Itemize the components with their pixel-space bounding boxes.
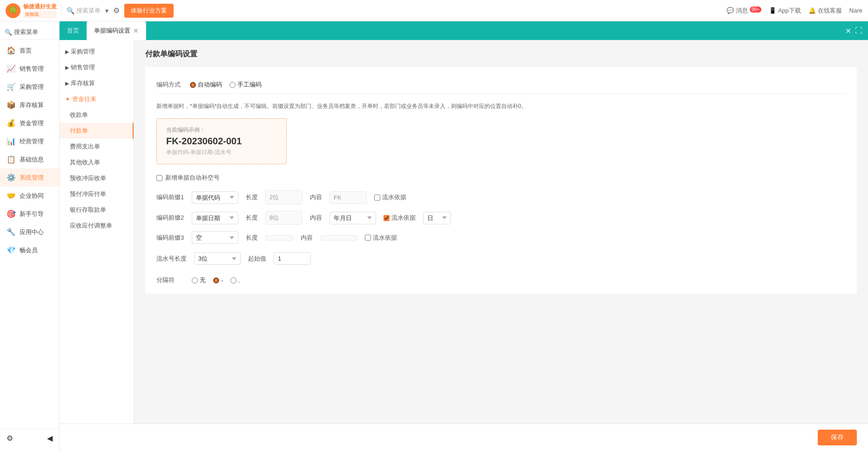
sales-icon: 📈 bbox=[7, 64, 16, 73]
auto-fill-label: 新增单据自动补空号 bbox=[165, 174, 220, 182]
tab-close-all-button[interactable]: ✕ bbox=[845, 27, 851, 35]
member-icon: 💎 bbox=[7, 246, 16, 255]
tab-home[interactable]: 首页 bbox=[60, 21, 87, 40]
auto-fill-row: 新增单据自动补空号 bbox=[156, 174, 846, 182]
preview-desc: 单据代码-单据日期-流水号 bbox=[166, 148, 277, 156]
app-download-button[interactable]: 📱 App下载 bbox=[769, 7, 801, 15]
search-icon: 🔍 bbox=[5, 29, 12, 36]
sidebar-item-purchase[interactable]: 🛒 采购管理 bbox=[0, 78, 59, 96]
sub-nav-item-receipt[interactable]: 收款单 bbox=[60, 107, 134, 123]
auto-code-radio[interactable]: 自动编码 bbox=[190, 81, 222, 89]
prefix2-stream-unit-select[interactable]: 日 bbox=[423, 212, 451, 224]
content-area: 首页 单据编码设置 ✕ ✕ ⛶ ▶ 采购管理 bbox=[60, 21, 868, 451]
preview-box: 当前编码示例： FK-20230602-001 单据代码-单据日期-流水号 bbox=[156, 118, 287, 164]
topbar-right: 💬 消息 99+ 📱 App下载 🔔 在线客服 Nare bbox=[727, 7, 862, 15]
prefix2-content-select[interactable]: 年月日 bbox=[330, 212, 376, 224]
sidebar-item-inventory[interactable]: 📦 库存核算 bbox=[0, 96, 59, 114]
sidebar-item-guide[interactable]: 🎯 新手引导 bbox=[0, 205, 59, 223]
logo-icon: 🍀 bbox=[6, 3, 20, 18]
separator-label: 分隔符 bbox=[156, 276, 184, 284]
tab-code-settings[interactable]: 单据编码设置 ✕ bbox=[87, 21, 146, 40]
home-icon: 🏠 bbox=[7, 46, 16, 55]
save-button[interactable]: 保存 bbox=[818, 430, 857, 445]
info-text: 新增单据时，*单据编码*自动生成，不可编辑。前缀设置为部门、业务员等档案类，开单… bbox=[156, 101, 846, 111]
settings-card: 编码方式 自动编码 手工编码 bbox=[145, 67, 857, 294]
sidebar-item-sales[interactable]: 📈 销售管理 bbox=[0, 60, 59, 78]
sidebar-item-basic[interactable]: 📋 基础信息 bbox=[0, 150, 59, 168]
serial-start-input[interactable] bbox=[274, 252, 311, 265]
prefix3-stream-checkbox[interactable]: 流水依据 bbox=[365, 234, 397, 242]
sub-nav-item-bank-deposit[interactable]: 银行存取款单 bbox=[60, 202, 134, 218]
prefix1-length-value: 2位 bbox=[265, 190, 303, 204]
content-body: 付款单编码设置 编码方式 自动编码 bbox=[145, 49, 857, 442]
sidebar-settings-icon[interactable]: ⚙ bbox=[7, 434, 13, 443]
chevron-down-icon[interactable]: ▾ bbox=[105, 7, 108, 14]
sidebar-item-apps[interactable]: 🔧 应用中心 bbox=[0, 223, 59, 241]
serial-row: 流水号长度 3位 起始值 bbox=[156, 252, 846, 265]
prefix1-select[interactable]: 单据代码 bbox=[192, 191, 238, 204]
sidebar-item-operations[interactable]: 📊 经营管理 bbox=[0, 132, 59, 150]
topbar-search-area[interactable]: 🔍 搜索菜单 bbox=[67, 7, 101, 15]
sidebar-item-cooperation[interactable]: 🤝 企业协同 bbox=[0, 187, 59, 205]
sub-nav-item-prepay-payable[interactable]: 预付冲应付单 bbox=[60, 186, 134, 202]
user-menu[interactable]: Nare bbox=[849, 7, 862, 14]
encode-method-radio-group: 自动编码 手工编码 bbox=[190, 81, 262, 89]
message-button[interactable]: 💬 消息 99+ bbox=[727, 7, 761, 15]
preview-code: FK-20230602-001 bbox=[166, 136, 277, 147]
sub-nav-header-sales[interactable]: ▶ 销售管理 bbox=[60, 60, 134, 75]
sidebar-item-home[interactable]: 🏠 首页 bbox=[0, 41, 59, 60]
sub-nav-item-ap-adjust[interactable]: 应收应付调整单 bbox=[60, 218, 134, 234]
tab-expand-button[interactable]: ⛶ bbox=[855, 27, 862, 35]
sidebar-item-member[interactable]: 💎 畅会员 bbox=[0, 241, 59, 259]
prefix3-select[interactable]: 空 bbox=[192, 231, 238, 244]
sidebar-search[interactable]: 🔍 搜索菜单 bbox=[0, 25, 59, 40]
serial-start-label: 起始值 bbox=[248, 255, 266, 263]
prefix2-length-label: 长度 bbox=[246, 214, 258, 222]
message-icon: 💬 bbox=[727, 7, 734, 14]
topbar: 🍀 畅捷通好生意 旗舰版 🔍 搜索菜单 ▾ ⚙ 体验行业方案 💬 消息 99+ … bbox=[0, 0, 868, 21]
page-content: 付款单编码设置 编码方式 自动编码 bbox=[134, 40, 868, 451]
auto-fill-checkbox[interactable] bbox=[156, 175, 162, 181]
prefix2-row: 编码前缀2 单据日期 长度 8位 内容 年月日 bbox=[156, 211, 846, 225]
tabbar-actions: ✕ ⛶ bbox=[845, 27, 868, 35]
topbar-left: 🍀 畅捷通好生意 旗舰版 🔍 搜索菜单 ▾ ⚙ 体验行业方案 bbox=[6, 3, 174, 18]
manual-code-radio[interactable]: 手工编码 bbox=[229, 81, 262, 89]
separator-dash-radio[interactable]: - bbox=[213, 277, 223, 284]
sub-nav-item-expense[interactable]: 费用支出单 bbox=[60, 139, 134, 155]
sub-nav-item-payment[interactable]: 付款单 bbox=[60, 123, 134, 139]
sub-nav-header-purchase[interactable]: ▶ 采购管理 bbox=[60, 44, 134, 60]
prefix2-stream-checkbox[interactable]: 流水依据 bbox=[384, 214, 416, 222]
prefix3-length-value bbox=[265, 235, 293, 241]
purchase-icon: 🛒 bbox=[7, 82, 16, 91]
sub-nav-item-prepay-receivable[interactable]: 预收冲应收单 bbox=[60, 170, 134, 186]
separator-dot-radio[interactable]: . bbox=[230, 277, 240, 284]
main-content: ▶ 采购管理 ▶ 销售管理 ▶ 库存核算 bbox=[60, 40, 868, 451]
sub-nav-group-purchase: ▶ 采购管理 bbox=[60, 44, 134, 60]
sub-nav-header-fund[interactable]: ▼ 资金往来 bbox=[60, 91, 134, 107]
search-placeholder: 搜索菜单 bbox=[76, 7, 101, 15]
prefix3-content-label: 内容 bbox=[301, 234, 313, 242]
separator-none-radio[interactable]: 无 bbox=[192, 276, 206, 284]
prefix1-stream-checkbox[interactable]: 流水依据 bbox=[374, 193, 406, 202]
divider bbox=[61, 5, 62, 16]
sidebar-collapse-btn[interactable]: ◀ bbox=[47, 434, 53, 443]
chevron-down-icon: ▼ bbox=[65, 96, 70, 102]
prefix2-select[interactable]: 单据日期 bbox=[192, 212, 238, 224]
encode-method-label: 编码方式 bbox=[156, 81, 181, 89]
sub-nav-group-sales: ▶ 销售管理 bbox=[60, 60, 134, 75]
tab-close-icon[interactable]: ✕ bbox=[133, 27, 139, 34]
logo: 🍀 畅捷通好生意 旗舰版 bbox=[6, 3, 57, 18]
trial-button[interactable]: 体验行业方案 bbox=[124, 4, 174, 18]
basic-icon: 📋 bbox=[7, 155, 16, 164]
prefix2-content-label: 内容 bbox=[310, 214, 322, 222]
online-service-button[interactable]: 🔔 在线客服 bbox=[808, 7, 842, 15]
sidebar-item-finance[interactable]: 💰 资金管理 bbox=[0, 114, 59, 132]
sidebar-item-system[interactable]: ⚙️ 系统管理 bbox=[0, 168, 59, 187]
gear-icon[interactable]: ⚙ bbox=[113, 6, 120, 15]
separator-row: 分隔符 无 - bbox=[156, 276, 846, 284]
prefix3-length-label: 长度 bbox=[246, 234, 258, 242]
sub-nav-header-inventory[interactable]: ▶ 库存核算 bbox=[60, 75, 134, 91]
sub-nav-item-other-income[interactable]: 其他收入单 bbox=[60, 155, 134, 170]
guide-icon: 🎯 bbox=[7, 209, 16, 218]
serial-length-select[interactable]: 3位 bbox=[194, 252, 241, 265]
